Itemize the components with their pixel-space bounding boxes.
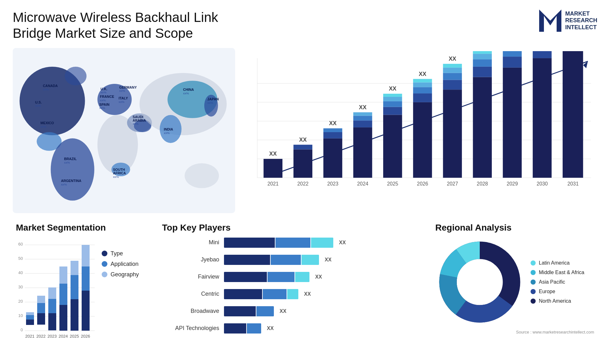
svg-rect-148 <box>59 266 67 284</box>
svg-text:2031: 2031 <box>567 181 579 186</box>
svg-rect-146 <box>59 305 67 331</box>
svg-text:BRAZIL: BRAZIL <box>64 157 77 161</box>
svg-rect-149 <box>71 299 78 331</box>
svg-text:30: 30 <box>18 285 23 289</box>
svg-rect-142 <box>37 296 45 303</box>
svg-text:xx%: xx% <box>119 100 125 104</box>
svg-text:10: 10 <box>18 313 23 318</box>
source-text: Source : www.marketresearchintellect.com <box>435 330 594 334</box>
svg-rect-90 <box>473 59 492 67</box>
svg-text:2028: 2028 <box>477 181 488 186</box>
svg-rect-83 <box>443 80 462 90</box>
svg-rect-151 <box>71 261 78 275</box>
player-fairview: Fairview XX <box>162 272 416 282</box>
legend-type: Type <box>102 250 139 257</box>
legend-dot-geography <box>102 272 107 277</box>
svg-rect-92 <box>473 51 492 54</box>
legend-latin-america: Latin America <box>531 260 584 266</box>
svg-rect-137 <box>26 319 34 325</box>
svg-rect-94 <box>503 68 522 178</box>
dot-middle-east-africa <box>531 270 536 275</box>
svg-text:xx%: xx% <box>99 106 105 110</box>
svg-rect-100 <box>533 58 552 178</box>
map-section: CANADA xx% U.S. xx% MEXICO xx% U.K. xx% … <box>13 48 235 213</box>
svg-text:xx%: xx% <box>164 131 170 135</box>
player-mini: Mini XX <box>162 238 416 248</box>
dot-latin-america <box>531 260 536 266</box>
logo: MARKET RESEARCH INTELLECT <box>539 10 597 32</box>
svg-text:50: 50 <box>18 256 23 261</box>
svg-text:xx%: xx% <box>132 122 139 125</box>
svg-rect-70 <box>383 115 402 178</box>
svg-text:XX: XX <box>299 136 307 143</box>
logo-icon <box>539 10 561 32</box>
svg-rect-63 <box>323 128 342 132</box>
svg-text:xx%: xx% <box>207 101 214 104</box>
player-broadwave: Broadwave XX <box>162 306 416 316</box>
svg-text:2026: 2026 <box>81 334 90 339</box>
svg-text:2021: 2021 <box>25 334 35 339</box>
legend-application: Application <box>102 261 139 267</box>
svg-rect-80 <box>413 79 432 82</box>
player-bar-mid <box>275 238 310 248</box>
svg-rect-56 <box>264 159 282 178</box>
svg-text:U.K.: U.K. <box>100 87 107 91</box>
svg-text:2023: 2023 <box>327 181 338 186</box>
svg-rect-79 <box>413 82 432 87</box>
svg-point-2 <box>65 67 87 85</box>
svg-text:XX: XX <box>359 104 367 110</box>
svg-text:40: 40 <box>18 270 23 275</box>
svg-rect-141 <box>37 303 45 313</box>
svg-text:60: 60 <box>18 242 23 246</box>
svg-rect-67 <box>353 116 372 120</box>
players-list: Mini XX Jyebao <box>162 238 416 334</box>
legend-dot-type <box>102 251 107 256</box>
svg-point-14 <box>185 163 219 188</box>
svg-text:2029: 2029 <box>507 181 518 186</box>
segmentation-chart: 0 10 20 30 40 50 60 <box>16 238 95 346</box>
logo-text: MARKET RESEARCH INTELLECT <box>565 10 597 31</box>
svg-rect-68 <box>353 112 372 116</box>
svg-text:2025: 2025 <box>387 181 398 186</box>
players-title: Top Key Players <box>162 223 416 233</box>
svg-rect-86 <box>443 64 462 68</box>
chart-section: XX XX XX XX <box>241 48 597 213</box>
svg-text:XX: XX <box>419 71 426 77</box>
svg-text:ARGENTINA: ARGENTINA <box>61 179 81 183</box>
svg-rect-78 <box>413 87 432 93</box>
player-jyebao: Jyebao XX <box>162 255 416 265</box>
svg-rect-96 <box>503 51 522 57</box>
svg-text:2024: 2024 <box>59 334 68 339</box>
dot-asia-pacific <box>531 280 536 285</box>
svg-rect-138 <box>26 315 34 320</box>
svg-text:xx%: xx% <box>43 87 49 91</box>
donut-chart <box>435 238 524 327</box>
page-title: Microwave Wireless Backhaul Link Bridge … <box>13 10 235 42</box>
svg-rect-106 <box>563 51 583 178</box>
svg-rect-143 <box>48 313 56 330</box>
svg-rect-66 <box>353 120 372 127</box>
svg-rect-82 <box>443 90 462 178</box>
player-centric: Centric XX <box>162 289 416 299</box>
players-section: Top Key Players Mini XX Jyebao <box>156 219 423 349</box>
segmentation-title: Market Segmentation <box>16 223 143 233</box>
svg-rect-65 <box>353 127 372 178</box>
legend-middle-east-africa: Middle East & Africa <box>531 270 584 275</box>
svg-text:xx%: xx% <box>35 104 41 107</box>
svg-rect-91 <box>473 54 492 59</box>
svg-text:0: 0 <box>21 327 23 332</box>
svg-text:U.S.: U.S. <box>35 100 42 104</box>
svg-rect-88 <box>473 77 492 178</box>
segmentation-legend: Type Application Geography <box>102 250 139 282</box>
svg-rect-152 <box>82 291 90 331</box>
svg-text:xx%: xx% <box>119 89 125 92</box>
svg-text:ITALY: ITALY <box>119 96 128 100</box>
svg-text:XX: XX <box>269 151 277 157</box>
svg-rect-101 <box>533 51 552 58</box>
page: Microwave Wireless Backhaul Link Bridge … <box>0 0 610 364</box>
regional-title: Regional Analysis <box>435 223 594 233</box>
svg-text:2030: 2030 <box>537 181 548 186</box>
svg-rect-73 <box>383 97 402 101</box>
svg-text:2022: 2022 <box>37 334 46 339</box>
svg-rect-95 <box>503 57 522 68</box>
